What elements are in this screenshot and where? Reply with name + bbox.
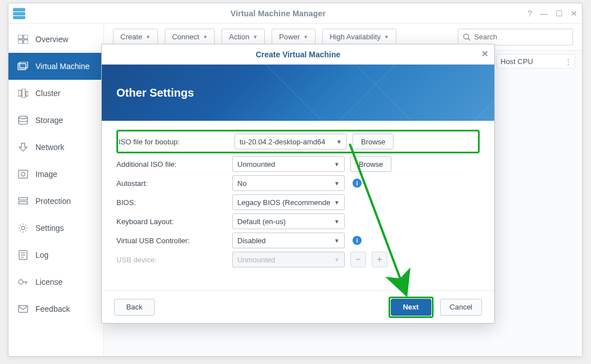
additional-iso-browse-button[interactable]: Browse <box>350 156 391 172</box>
connect-button[interactable]: Connect▼ <box>165 29 215 46</box>
maximize-icon[interactable]: ☐ <box>556 9 563 18</box>
window-title: Virtual Machine Manager <box>29 9 527 18</box>
sidebar-item-label: License <box>35 277 62 286</box>
sidebar-item-overview[interactable]: Overview <box>8 26 103 53</box>
usb-controller-select[interactable]: Disabled ▼ <box>232 233 345 248</box>
create-button[interactable]: Create▼ <box>113 29 158 46</box>
modal-banner: Other Settings <box>102 65 494 121</box>
svg-point-11 <box>21 172 25 176</box>
sidebar-item-label: Virtual Machine <box>35 62 89 71</box>
svg-rect-5 <box>18 63 26 70</box>
sidebar-item-log[interactable]: Log <box>8 242 103 269</box>
svg-point-9 <box>19 116 28 119</box>
action-button[interactable]: Action▼ <box>222 29 265 46</box>
highlight-next: Next <box>389 297 434 318</box>
svg-point-21 <box>464 34 469 39</box>
svg-point-19 <box>19 280 23 284</box>
iso-bootup-label: ISO file for bootup: <box>119 138 229 146</box>
sidebar-item-label: Protection <box>35 197 71 206</box>
vm-icon <box>17 61 29 71</box>
keyboard-layout-label: Keyboard Layout: <box>116 217 227 226</box>
modal-header: Create Virtual Machine ✕ <box>102 44 494 65</box>
next-button[interactable]: Next <box>391 299 431 316</box>
autostart-label: Autostart: <box>116 179 227 188</box>
caret-down-icon: ▼ <box>384 34 389 40</box>
sidebar-item-label: Settings <box>35 224 64 233</box>
caret-down-icon: ▼ <box>334 257 340 263</box>
caret-down-icon: ▼ <box>146 34 151 40</box>
sidebar-item-label: Feedback <box>35 304 70 313</box>
search-icon <box>463 33 471 41</box>
svg-rect-0 <box>18 35 22 39</box>
additional-iso-select[interactable]: Unmounted ▼ <box>232 156 345 172</box>
sidebar-item-label: Storage <box>35 116 63 125</box>
svg-rect-6 <box>18 90 21 96</box>
info-icon[interactable]: i <box>353 179 362 188</box>
license-icon <box>17 277 29 287</box>
search-box[interactable] <box>458 29 573 46</box>
caret-down-icon: ▼ <box>334 180 340 186</box>
column-header-host-cpu[interactable]: Host CPU ⋮ <box>497 54 575 69</box>
caret-down-icon: ▼ <box>334 199 340 206</box>
modal-banner-title: Other Settings <box>116 87 194 99</box>
svg-line-22 <box>468 38 471 40</box>
svg-rect-13 <box>19 202 28 204</box>
sidebar-item-storage[interactable]: Storage <box>8 107 103 134</box>
keyboard-layout-select[interactable]: Default (en-us) ▼ <box>232 213 345 229</box>
overview-icon <box>17 34 29 44</box>
sidebar-item-settings[interactable]: Settings <box>8 215 103 242</box>
iso-browse-button[interactable]: Browse <box>353 134 394 149</box>
highlight-iso-row: ISO file for bootup: tu-20.04.2-desktop-… <box>116 130 480 153</box>
help-icon[interactable]: ? <box>527 9 532 18</box>
caret-down-icon: ▼ <box>334 161 340 167</box>
svg-rect-7 <box>22 89 25 98</box>
create-vm-modal: Create Virtual Machine ✕ Other Settings … <box>101 44 495 324</box>
usb-controller-label: Virtual USB Controller: <box>116 236 227 245</box>
usb-device-select: Unmounted ▼ <box>232 252 345 267</box>
caret-down-icon: ▼ <box>334 238 340 244</box>
svg-rect-3 <box>24 40 28 44</box>
close-window-icon[interactable]: ✕ <box>571 9 578 18</box>
sidebar-item-cluster[interactable]: Cluster <box>8 80 103 107</box>
power-button[interactable]: Power▼ <box>272 29 315 46</box>
bios-label: BIOS: <box>116 198 227 207</box>
image-icon <box>17 169 29 179</box>
storage-icon <box>17 115 29 125</box>
back-button[interactable]: Back <box>114 299 155 316</box>
sidebar-item-image[interactable]: Image <box>8 161 103 188</box>
sidebar-item-network[interactable]: Network <box>8 134 103 161</box>
cancel-button[interactable]: Cancel <box>440 299 482 316</box>
bios-select[interactable]: Legacy BIOS (Recommende ▼ <box>232 194 345 210</box>
additional-iso-label: Additional ISO file: <box>116 160 227 169</box>
svg-rect-10 <box>19 170 28 178</box>
svg-rect-2 <box>18 40 22 44</box>
info-icon[interactable]: i <box>353 236 362 245</box>
close-icon[interactable]: ✕ <box>481 49 489 59</box>
modal-footer: Back Next Cancel <box>102 290 494 323</box>
sidebar-item-protection[interactable]: Protection <box>8 188 103 215</box>
minimize-icon[interactable]: — <box>540 9 548 18</box>
caret-down-icon: ▼ <box>202 34 207 40</box>
network-icon <box>17 142 29 152</box>
caret-down-icon: ▼ <box>336 139 342 145</box>
sidebar-item-label: Cluster <box>35 89 60 98</box>
search-input[interactable] <box>474 33 569 41</box>
modal-title: Create Virtual Machine <box>256 50 341 59</box>
app-icon <box>13 8 25 19</box>
settings-icon <box>17 223 29 233</box>
usb-add-button: + <box>372 252 387 267</box>
svg-rect-12 <box>19 198 28 200</box>
sidebar-item-label: Image <box>35 170 57 179</box>
autostart-select[interactable]: No ▼ <box>232 175 345 191</box>
sidebar: Overview Virtual Machine Cluster Storage… <box>8 24 104 356</box>
sidebar-item-feedback[interactable]: Feedback <box>8 295 103 322</box>
high-availability-button[interactable]: High Availability▼ <box>322 29 396 46</box>
column-menu-icon[interactable]: ⋮ <box>565 57 571 66</box>
sidebar-item-license[interactable]: License <box>8 269 103 295</box>
protection-icon <box>17 196 29 206</box>
svg-point-14 <box>21 226 25 230</box>
sidebar-item-label: Network <box>35 143 64 152</box>
sidebar-item-virtual-machine[interactable]: Virtual Machine <box>8 53 103 80</box>
feedback-icon <box>17 304 29 314</box>
iso-bootup-select[interactable]: tu-20.04.2-desktop-amd64 ▼ <box>234 134 347 149</box>
